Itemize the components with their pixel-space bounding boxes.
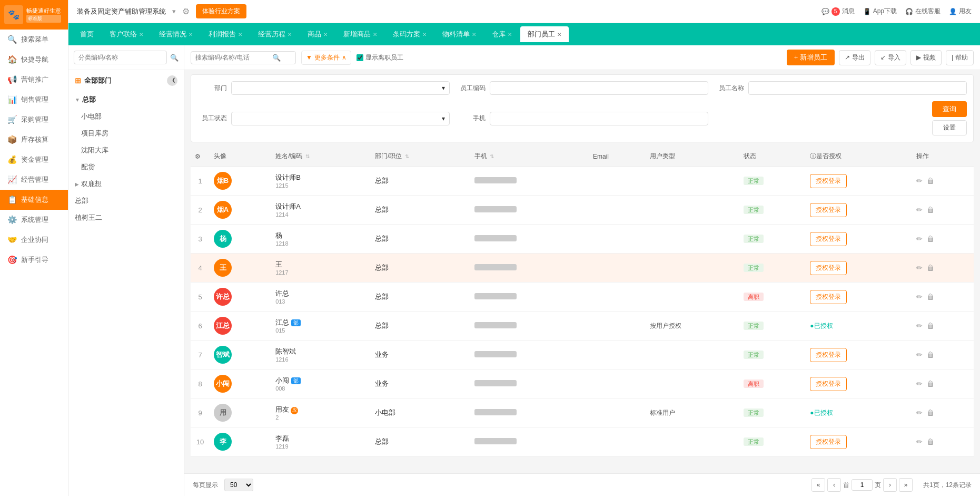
tab-profit[interactable]: 利润报告 ✕	[201, 26, 250, 42]
online-support-button[interactable]: 🎧 在线客服	[905, 7, 941, 16]
tab-close-employees[interactable]: ✕	[557, 32, 561, 37]
edit-icon[interactable]: ✏	[916, 235, 923, 243]
sidebar-item-purchase[interactable]: 🛒 采购管理	[0, 110, 68, 130]
delete-icon[interactable]: 🗑	[927, 437, 934, 446]
auth-button[interactable]: 授权登录	[810, 261, 847, 275]
page-input[interactable]	[852, 479, 873, 491]
tree-item-shenyang[interactable]: 沈阳大库	[68, 142, 184, 159]
edit-icon[interactable]: ✏	[916, 380, 923, 388]
name-input[interactable]	[748, 81, 967, 95]
auth-button[interactable]: 授权登录	[810, 435, 847, 449]
trial-button[interactable]: 体验行业方案	[196, 4, 246, 18]
delete-icon[interactable]: 🗑	[927, 235, 934, 243]
first-page-button[interactable]: «	[811, 478, 825, 492]
auth-button[interactable]: 授权登录	[810, 174, 847, 188]
tab-close-warehouse[interactable]: ✕	[508, 32, 512, 37]
delete-icon[interactable]: 🗑	[927, 293, 934, 301]
tree-item-small-elec[interactable]: 小电部	[68, 108, 184, 125]
edit-icon[interactable]: ✏	[916, 264, 923, 272]
per-page-select[interactable]: 50 100	[224, 479, 253, 491]
show-resigned-checkbox[interactable]: 显示离职员工	[357, 53, 403, 62]
search-input[interactable]	[195, 54, 269, 61]
edit-icon[interactable]: ✏	[916, 293, 923, 301]
tab-close-goods[interactable]: ✕	[323, 32, 328, 37]
app-download-button[interactable]: 📱 App下载	[863, 7, 897, 16]
sidebar-item-basic[interactable]: 📋 基础信息	[0, 190, 68, 210]
help-button[interactable]: | 帮助	[946, 50, 974, 65]
sidebar-item-guide[interactable]: 🎯 新手引导	[0, 250, 68, 270]
sidebar-item-nav[interactable]: 🏠 快捷导航	[0, 50, 68, 70]
sidebar-item-search[interactable]: 🔍 搜索菜单	[0, 30, 68, 50]
delete-icon[interactable]: 🗑	[927, 322, 934, 330]
last-page-button[interactable]: »	[899, 478, 913, 492]
delete-icon[interactable]: 🗑	[927, 409, 934, 417]
edit-icon[interactable]: ✏	[916, 322, 923, 330]
search-icon[interactable]: 🔍	[272, 54, 281, 62]
tab-close-profit[interactable]: ✕	[238, 32, 242, 37]
delete-icon[interactable]: 🗑	[927, 351, 934, 359]
edit-icon[interactable]: ✏	[916, 437, 923, 446]
view-button[interactable]: ▶ 视频	[910, 50, 942, 65]
auth-button[interactable]: 授权登录	[810, 232, 847, 246]
auth-button[interactable]: 授权登录	[810, 203, 847, 217]
tab-bom[interactable]: 物料清单 ✕	[435, 26, 483, 42]
phone-input[interactable]	[490, 112, 708, 125]
tree-item-zhishu[interactable]: 植树王二	[68, 209, 184, 226]
sidebar-item-collab[interactable]: 🤝 企业协同	[0, 230, 68, 250]
edit-icon[interactable]: ✏	[916, 177, 923, 185]
tab-operations[interactable]: 经营情况 ✕	[152, 26, 200, 42]
sidebar-item-inventory[interactable]: 📦 库存核算	[0, 130, 68, 150]
tree-search-input[interactable]	[74, 51, 167, 64]
tab-goods[interactable]: 商品 ✕	[300, 26, 335, 42]
tree-item-distribution[interactable]: 配货	[68, 159, 184, 176]
delete-icon[interactable]: 🗑	[927, 206, 934, 214]
tree-all-label[interactable]: 全部部门	[84, 76, 112, 85]
next-page-button[interactable]: ›	[883, 478, 897, 492]
sidebar-item-system[interactable]: ⚙️ 系统管理	[0, 210, 68, 230]
tree-item-headquarters[interactable]: ▼总部	[68, 91, 184, 108]
tab-close-bom[interactable]: ✕	[472, 32, 476, 37]
tab-close-newgoods[interactable]: ✕	[373, 32, 377, 37]
search-button[interactable]: 查询	[932, 101, 967, 117]
tab-close-customer[interactable]: ✕	[139, 32, 143, 37]
tab-close-ops[interactable]: ✕	[189, 32, 193, 37]
sidebar-item-finance[interactable]: 💰 资金管理	[0, 150, 68, 170]
tab-employees[interactable]: 部门员工 ✕	[520, 26, 569, 42]
sidebar-item-operations[interactable]: 📈 经营管理	[0, 170, 68, 190]
tree-item-project[interactable]: 项目库房	[68, 125, 184, 142]
import-button[interactable]: ↙ 导入	[875, 50, 906, 65]
tab-close-barcode[interactable]: ✕	[422, 32, 427, 37]
code-input[interactable]	[490, 81, 708, 95]
tab-close-history[interactable]: ✕	[288, 32, 292, 37]
dropdown-arrow-icon[interactable]: ▾	[172, 7, 176, 15]
status-select[interactable]: ▾	[231, 112, 450, 125]
auth-button[interactable]: 授权登录	[810, 290, 847, 304]
set-button[interactable]: 设置	[932, 120, 967, 135]
collapse-button[interactable]: 《	[167, 75, 177, 86]
tab-barcode[interactable]: 条码方案 ✕	[385, 26, 434, 42]
prev-page-button[interactable]: ‹	[827, 478, 841, 492]
delete-icon[interactable]: 🗑	[927, 177, 934, 185]
resigned-checkbox-input[interactable]	[357, 54, 363, 61]
user-menu[interactable]: 👤 用友	[949, 7, 972, 16]
tree-item-shuanglu[interactable]: ▶双鹿想	[68, 176, 184, 192]
tree-item-hq[interactable]: 总部	[68, 192, 184, 209]
tab-history[interactable]: 经营历程 ✕	[251, 26, 299, 42]
auth-button[interactable]: 授权登录	[810, 377, 847, 391]
tab-home[interactable]: 首页	[73, 26, 101, 42]
dept-select[interactable]: ▾	[231, 81, 450, 95]
export-button[interactable]: ↗ 导出	[839, 50, 870, 65]
auth-button[interactable]: 授权登录	[810, 348, 847, 362]
sidebar-item-marketing[interactable]: 📢 营销推广	[0, 70, 68, 90]
tab-new-goods[interactable]: 新增商品 ✕	[336, 26, 384, 42]
more-filter-button[interactable]: ▼ 更多条件 ∧	[301, 51, 351, 65]
tab-warehouse[interactable]: 仓库 ✕	[484, 26, 519, 42]
th-gear[interactable]: ⚙	[191, 147, 210, 167]
tree-search-icon[interactable]: 🔍	[170, 54, 179, 62]
add-employee-button[interactable]: + 新增员工	[787, 50, 835, 65]
sidebar-item-sales[interactable]: 📊 销售管理	[0, 90, 68, 110]
delete-icon[interactable]: 🗑	[927, 264, 934, 272]
message-button[interactable]: 💬 5 消息	[821, 7, 855, 16]
tab-customer[interactable]: 客户联络 ✕	[102, 26, 151, 42]
gear-icon[interactable]: ⚙	[182, 6, 190, 16]
